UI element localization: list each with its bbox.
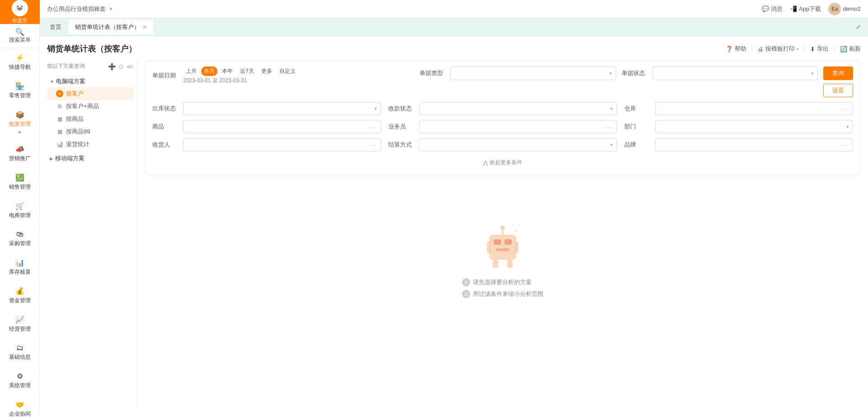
empty-tip-1: ① 请先选择要分析的方案 — [462, 278, 543, 286]
export-icon: ⬇ — [810, 46, 815, 52]
order-type-input[interactable]: ▾ — [450, 66, 616, 80]
query-button[interactable]: 查询 — [823, 66, 853, 80]
tab-sales-stat[interactable]: 销货单统计表（按客户） ✕ — [69, 20, 153, 34]
app-download-button[interactable]: 📲 App下载 — [790, 5, 821, 13]
warehouse-input[interactable]: ··· — [655, 102, 853, 115]
sidebar-item-shortcut[interactable]: ⚡ 快捷导航 — [0, 48, 39, 76]
sidebar-item-basic[interactable]: 🗂 基础信息 — [0, 338, 39, 366]
filter-row-3: 商品 ··· 业务员 ··· — [152, 120, 853, 133]
sidebar-item-inventory[interactable]: 📊 库存核算 — [0, 253, 39, 281]
sidebar-finance-label: 资金管理 — [9, 297, 31, 304]
scheme-item-by-product[interactable]: ▦ 按商品 — [47, 113, 133, 125]
scheme-group-mobile-title[interactable]: ▶ 移动端方案 — [47, 152, 133, 164]
collapse-button[interactable]: ⋀ 收起更多条件 — [483, 159, 522, 166]
tab-home[interactable]: 首页 — [43, 20, 68, 34]
settlement-input[interactable]: ▾ — [419, 138, 617, 152]
sidebar-item-purchase[interactable]: 🛍 采购管理 — [0, 225, 39, 253]
dropdown-arrow-icon[interactable]: ▾ — [109, 5, 113, 12]
app-download-label: App下载 — [799, 5, 821, 13]
collapse-panel-icon[interactable]: ≪ — [127, 63, 133, 70]
system-icon: ⚙ — [17, 372, 23, 380]
svg-point-10 — [515, 229, 518, 232]
brand-input[interactable]: ··· — [655, 138, 853, 152]
sidebar-item-system[interactable]: ⚙ 系统管理 — [0, 366, 39, 395]
svg-rect-6 — [493, 260, 498, 268]
sidebar-item-marketing[interactable]: 📣 营销推广 — [0, 139, 39, 168]
home-tab-label: 首页 — [50, 23, 61, 31]
user-profile[interactable]: Ea demo2 — [828, 3, 861, 15]
sidebar-shortcut-label: 快捷导航 — [9, 63, 31, 71]
settings-scheme-icon[interactable]: ⊙ — [118, 63, 124, 70]
refresh-label: 刷新 — [849, 45, 861, 53]
date-tab-this-year[interactable]: 本年 — [219, 66, 236, 76]
sidebar: 🐼 标题页 🔍 搜索菜单 ⚡ 快捷导航 🏪 零售管理 📦 批发管理 ▲ 📣 营销… — [0, 0, 40, 418]
scheme-group-pc-title[interactable]: ▼ 电脑端方案 — [47, 76, 133, 87]
sidebar-item-finance[interactable]: 💰 资金管理 — [0, 281, 39, 310]
scheme-item-customer-product[interactable]: ⊞ 按客户+商品 — [47, 100, 133, 113]
sidebar-item-ecommerce[interactable]: 🛒 电商管理 — [0, 196, 39, 225]
sidebar-sales-label: 销售管理 — [9, 183, 31, 191]
salesperson-input[interactable]: ··· — [419, 120, 617, 133]
print-button[interactable]: 🖨 按模板打印 ▾ — [758, 45, 799, 53]
department-input[interactable]: ▾ — [655, 120, 853, 133]
main-area: 办公用品行业模拟账套 ▾ 💬 消息 📲 App下载 Ea demo2 首页 — [40, 0, 868, 418]
shortcut-icon: ⚡ — [15, 53, 24, 62]
help-button[interactable]: ❓ 帮助 — [726, 45, 746, 53]
tab-close-icon[interactable]: ✕ — [142, 24, 147, 30]
app-name-area: 办公用品行业模拟账套 ▾ — [47, 5, 113, 13]
receiver-input[interactable]: ··· — [183, 138, 381, 152]
date-value: 2023-03-01 至 2023-03-31 — [183, 77, 414, 85]
svg-rect-5 — [515, 242, 519, 253]
department-label: 部门 — [624, 123, 651, 131]
scheme-item-by-customer[interactable]: ● 按客户 — [47, 87, 133, 100]
marketing-icon: 📣 — [15, 145, 24, 153]
date-tab-custom[interactable]: 自定义 — [277, 66, 298, 76]
sidebar-item-wholesale[interactable]: 📦 批发管理 ▲ — [0, 105, 39, 139]
print-arrow-icon: ▾ — [797, 47, 799, 52]
sidebar-item-enterprise[interactable]: 🤝 企业协同 — [0, 395, 39, 418]
payment-status-input[interactable]: ▾ — [419, 102, 617, 115]
user-name: demo2 — [843, 5, 861, 12]
query-buttons: 查询 设置 — [823, 66, 853, 97]
sidebar-search-item[interactable]: 🔍 搜索菜单 — [0, 24, 39, 48]
tip-num-1: ① — [462, 278, 470, 286]
product-input[interactable]: ··· — [183, 120, 381, 133]
basic-icon: 🗂 — [16, 344, 24, 352]
scheme-product-label: 按商品 — [66, 115, 84, 123]
svg-rect-0 — [489, 235, 516, 260]
sidebar-logo: 🐼 标题页 — [0, 0, 40, 24]
date-tab-more[interactable]: 更多 — [259, 66, 275, 76]
collapse-row: ⋀ 收起更多条件 — [152, 156, 853, 169]
order-type-chevron-icon: ▾ — [609, 71, 612, 76]
order-status-input[interactable]: ▾ — [652, 66, 818, 80]
message-button[interactable]: 💬 消息 — [762, 5, 783, 13]
pc-group-label: 电脑端方案 — [56, 77, 85, 86]
sidebar-item-retail[interactable]: 🏪 零售管理 — [0, 76, 39, 105]
order-status-filter-item: 单据状态 ▾ — [622, 66, 818, 80]
stock-status-chevron-icon: ▾ — [374, 106, 377, 112]
date-tab-7days[interactable]: 近7天 — [237, 66, 257, 76]
date-tab-this-month[interactable]: 本月 — [201, 66, 217, 76]
tab-expand-button[interactable]: ⤢ — [852, 21, 864, 33]
refresh-button[interactable]: 🔄 刷新 — [840, 45, 861, 53]
order-status-chevron-icon: ▾ — [811, 71, 814, 76]
settlement-chevron-icon: ▾ — [610, 142, 613, 148]
warehouse-filter-item: 仓库 ··· — [624, 102, 853, 115]
scheme-item-by-product99[interactable]: ▦ 按商品99 — [47, 125, 133, 138]
date-tab-last-month[interactable]: 上月 — [183, 66, 199, 76]
scheme-item-return-stat[interactable]: 📊 退货统计 — [47, 138, 133, 151]
stock-status-input[interactable]: ▾ — [183, 102, 381, 115]
svg-rect-3 — [496, 248, 509, 251]
sidebar-ecommerce-label: 电商管理 — [9, 212, 31, 219]
tip-2-text: 用过滤条件来缩小分析范围 — [473, 290, 543, 298]
download-icon: 📲 — [790, 5, 797, 12]
stock-status-filter-item: 出库状态 ▾ — [152, 102, 381, 115]
add-scheme-icon[interactable]: ➕ — [108, 63, 116, 70]
settings-button[interactable]: 设置 — [823, 84, 853, 97]
sidebar-item-sales[interactable]: 💹 销售管理 — [0, 168, 39, 196]
return-stat-icon: 📊 — [56, 141, 63, 148]
sidebar-item-operation[interactable]: 📈 经营管理 — [0, 310, 39, 338]
export-button[interactable]: ⬇ 导出 — [810, 45, 829, 53]
search-label: 搜索菜单 — [0, 36, 39, 44]
user-avatar: Ea — [828, 3, 841, 15]
